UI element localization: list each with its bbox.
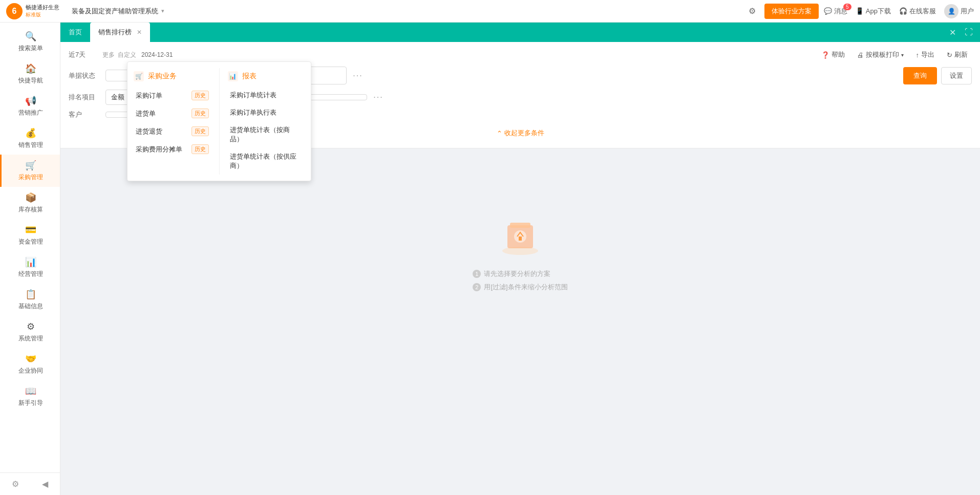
report-section-icon: 📊 bbox=[228, 71, 238, 81]
date-more-btn[interactable]: 更多 bbox=[102, 51, 115, 59]
dropdown-item-incoming-stat-product[interactable]: 进货单统计表（按商品） bbox=[228, 121, 305, 148]
online-service-item[interactable]: 🎧 在线客服 bbox=[899, 7, 936, 16]
print-icon: 🖨 bbox=[857, 51, 864, 59]
tab-expand-icon[interactable]: ⛶ bbox=[962, 25, 976, 39]
tab-close-all-icon[interactable]: ✕ bbox=[945, 25, 960, 39]
page-content: 近7天 更多 自定义 2024-12-31 ❓ 帮助 🖨 按模板打印 bbox=[60, 42, 980, 495]
sidebar-item-basic-info[interactable]: 📋 基础信息 bbox=[0, 284, 60, 316]
date-row: 近7天 更多 自定义 2024-12-31 bbox=[69, 50, 811, 59]
sales-icon: 💰 bbox=[25, 127, 36, 139]
home-icon: 🏠 bbox=[25, 63, 36, 74]
marketing-icon: 📢 bbox=[25, 95, 36, 106]
dropdown-divider bbox=[219, 68, 220, 175]
toolbar-row: 近7天 更多 自定义 2024-12-31 ❓ 帮助 🖨 按模板打印 bbox=[69, 48, 972, 61]
app-download-item[interactable]: 📱 App下载 bbox=[856, 7, 891, 16]
logo-icon: 6 bbox=[6, 3, 23, 19]
topbar: 6 畅捷通好生意 标准版 装备及固定资产辅助管理系统 ▾ ⚙ 体验行业方案 💬 … bbox=[0, 0, 980, 23]
sidebar-item-operations[interactable]: 📊 经营管理 bbox=[0, 251, 60, 284]
tab-bar: 首页 销售排行榜 ✕ ✕ ⛶ bbox=[60, 23, 980, 42]
export-btn[interactable]: ↑ 导出 bbox=[912, 48, 939, 61]
dropdown-overlay: 🛒 采购业务 采购订单 历史 进货单 历史 bbox=[60, 61, 980, 495]
help-icon: ❓ bbox=[821, 51, 829, 59]
dropdown-cols: 🛒 采购业务 采购订单 历史 进货单 历史 bbox=[127, 68, 311, 175]
export-icon: ↑ bbox=[916, 51, 920, 59]
dropdown-item-expense[interactable]: 采购费用分摊单 历史 bbox=[134, 140, 211, 158]
industry-btn[interactable]: 体验行业方案 bbox=[764, 4, 819, 19]
system-title: 装备及固定资产辅助管理系统 ▾ bbox=[72, 7, 740, 16]
sidebar-item-quick-nav[interactable]: 🏠 快捷导航 bbox=[0, 58, 60, 90]
finance-icon: 💳 bbox=[25, 224, 36, 235]
message-badge: 5 bbox=[843, 4, 851, 10]
sidebar-item-purchase[interactable]: 🛒 采购管理 bbox=[0, 155, 60, 187]
sidebar-item-system[interactable]: ⚙ 系统管理 bbox=[0, 316, 60, 348]
dropdown-report-header: 📊 报表 bbox=[228, 68, 305, 87]
history-badge-purchase-order: 历史 bbox=[191, 91, 209, 100]
messages-item[interactable]: 💬 消息 5 bbox=[824, 7, 847, 16]
sidebar-item-sales[interactable]: 💰 销售管理 bbox=[0, 122, 60, 155]
dropdown-item-purchase-exec[interactable]: 采购订单执行表 bbox=[228, 104, 305, 121]
inventory-icon: 📦 bbox=[25, 192, 36, 203]
dropdown-item-incoming[interactable]: 进货单 历史 bbox=[134, 104, 211, 122]
sidebar-settings-btn[interactable]: ⚙ bbox=[12, 479, 19, 489]
sidebar-item-guide[interactable]: 📖 新手引导 bbox=[0, 380, 60, 413]
history-badge-expense: 历史 bbox=[191, 144, 209, 154]
print-dropdown-icon: ▾ bbox=[901, 52, 904, 58]
sidebar: 🔍 搜索菜单 🏠 快捷导航 📢 营销推广 💰 销售管理 🛒 采购管理 📦 库存核… bbox=[0, 23, 60, 495]
sidebar-item-marketing[interactable]: 📢 营销推广 bbox=[0, 90, 60, 122]
guide-icon: 📖 bbox=[25, 385, 36, 397]
settings-icon[interactable]: ⚙ bbox=[745, 4, 759, 18]
user-item[interactable]: 👤 用户 bbox=[944, 4, 974, 18]
tab-home[interactable]: 首页 bbox=[60, 23, 90, 42]
purchase-icon: 🛒 bbox=[25, 160, 36, 171]
search-icon: 🔍 bbox=[25, 31, 36, 42]
dropdown-item-return[interactable]: 进货退货 历史 bbox=[134, 122, 211, 140]
message-icon: 💬 bbox=[824, 7, 832, 15]
dropdown-item-purchase-order[interactable]: 采购订单 历史 bbox=[134, 87, 211, 104]
toolbar-actions: ❓ 帮助 🖨 按模板打印 ▾ ↑ 导出 ↻ bbox=[817, 48, 972, 61]
help-btn[interactable]: ❓ 帮助 bbox=[817, 48, 849, 61]
dropdown-item-purchase-stat[interactable]: 采购订单统计表 bbox=[228, 87, 305, 104]
purchase-section-icon: 🛒 bbox=[134, 71, 144, 81]
date-value: 2024-12-31 bbox=[141, 51, 173, 58]
sidebar-bottom: ⚙ ◀ bbox=[0, 472, 60, 495]
sidebar-collapse-btn[interactable]: ◀ bbox=[42, 479, 48, 489]
dropdown-purchase-col: 🛒 采购业务 采购订单 历史 进货单 历史 bbox=[127, 68, 217, 175]
history-badge-incoming: 历史 bbox=[191, 109, 209, 118]
sidebar-item-enterprise[interactable]: 🤝 企业协同 bbox=[0, 348, 60, 380]
operations-icon: 📊 bbox=[25, 256, 36, 268]
phone-icon: 📱 bbox=[856, 7, 864, 15]
history-badge-return: 历史 bbox=[191, 126, 209, 136]
date-custom-btn[interactable]: 自定义 bbox=[118, 51, 136, 59]
tab-bar-right: ✕ ⛶ bbox=[945, 25, 980, 39]
enterprise-icon: 🤝 bbox=[25, 353, 36, 364]
refresh-icon: ↻ bbox=[947, 51, 952, 59]
sidebar-item-search[interactable]: 🔍 搜索菜单 bbox=[0, 26, 60, 58]
headset-icon: 🎧 bbox=[899, 7, 907, 15]
logo-text: 畅捷通好生意 bbox=[26, 4, 59, 11]
tab-sales-rank[interactable]: 销售排行榜 ✕ bbox=[90, 23, 150, 42]
sidebar-item-finance[interactable]: 💳 资金管理 bbox=[0, 219, 60, 251]
print-btn[interactable]: 🖨 按模板打印 ▾ bbox=[853, 48, 908, 61]
main-layout: 🔍 搜索菜单 🏠 快捷导航 📢 营销推广 💰 销售管理 🛒 采购管理 📦 库存核… bbox=[0, 23, 980, 495]
date-label: 近7天 bbox=[69, 50, 99, 59]
refresh-btn[interactable]: ↻ 刷新 bbox=[943, 48, 972, 61]
avatar: 👤 bbox=[944, 4, 958, 18]
dropdown-menu: 🛒 采购业务 采购订单 历史 进货单 历史 bbox=[127, 61, 311, 181]
tab-close-icon[interactable]: ✕ bbox=[137, 29, 142, 36]
basic-info-icon: 📋 bbox=[25, 289, 36, 300]
logo-version: 标准版 bbox=[26, 11, 59, 18]
topbar-right: 💬 消息 5 📱 App下载 🎧 在线客服 👤 用户 bbox=[824, 4, 974, 18]
content-area: 首页 销售排行榜 ✕ ✕ ⛶ 近7天 更多 自定义 bbox=[60, 23, 980, 495]
logo-area: 6 畅捷通好生意 标准版 bbox=[6, 3, 67, 19]
dropdown-item-incoming-stat-supplier[interactable]: 进货单统计表（按供应商） bbox=[228, 148, 305, 175]
sidebar-item-inventory[interactable]: 📦 库存核算 bbox=[0, 187, 60, 219]
dropdown-purchase-header: 🛒 采购业务 bbox=[134, 68, 211, 87]
system-dropdown-icon[interactable]: ▾ bbox=[161, 8, 164, 14]
dropdown-report-col: 📊 报表 采购订单统计表 采购订单执行表 进货单统计表（按商品） bbox=[222, 68, 311, 175]
system-icon: ⚙ bbox=[27, 321, 35, 332]
